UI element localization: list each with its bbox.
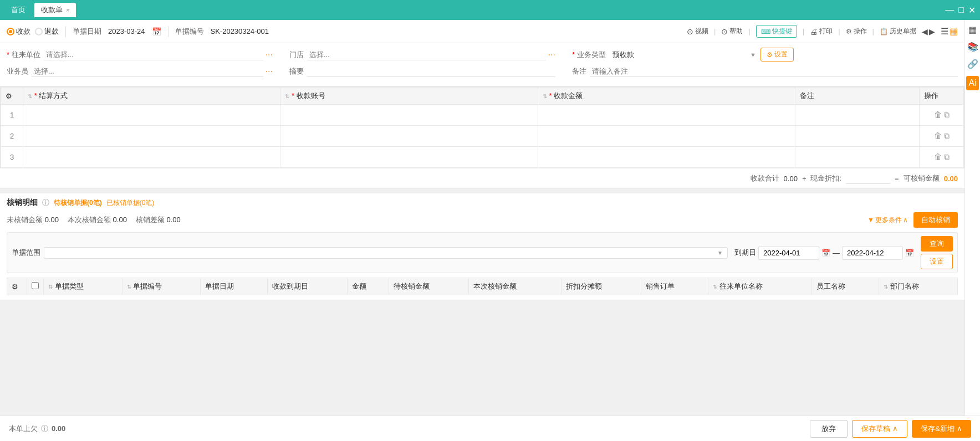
tab-home[interactable]: 首页 — [4, 3, 32, 17]
range-field: 单据范围 ▼ — [12, 247, 728, 259]
row1-account[interactable] — [280, 105, 538, 126]
bottom-th-current: 本次核销金额 — [469, 278, 562, 295]
bottom-th-dept: ⇅ 部门名称 — [879, 278, 958, 295]
row1-settlement[interactable] — [23, 105, 280, 126]
row3-copy-icon[interactable]: ⧉ — [944, 152, 950, 162]
filter-settings-button[interactable]: 设置 — [921, 254, 953, 269]
summary-input[interactable] — [307, 66, 555, 77]
available-label: 可核销金额 — [904, 173, 940, 183]
store-ellipsis-btn[interactable]: ··· — [548, 50, 555, 60]
th-amount: ⇅ * 收款金额 — [538, 88, 795, 105]
toolbar-print-label: 打印 — [819, 27, 833, 36]
toolbar-shortcut-btn[interactable]: ⌨ 快捷键 — [756, 25, 797, 38]
receipt-refund-radio: 收款 退款 — [7, 27, 59, 37]
info-icon[interactable]: ⓘ — [42, 198, 49, 208]
save-new-button[interactable]: 保存&新增 ∧ — [912, 420, 971, 438]
th-account: ⇅ * 收款账号 — [280, 88, 538, 105]
nav-next-icon[interactable]: ▶ — [929, 27, 935, 36]
view-list-icon[interactable]: ☰ — [941, 26, 948, 37]
row-num-2: 2 — [1, 126, 23, 147]
store-field: 门店 ··· — [289, 49, 555, 60]
more-conditions-btn[interactable]: ▼ 更多条件 ∧ — [867, 216, 908, 225]
tab-receipt[interactable]: 收款单 × — [34, 3, 76, 17]
counterpart-input[interactable] — [44, 49, 263, 60]
row2-delete-icon[interactable]: 🗑 — [934, 131, 942, 141]
tab-receipt-label: 收款单 — [41, 5, 63, 15]
calendar-to-icon[interactable]: 📅 — [905, 249, 914, 257]
due-label: 到期日 — [734, 248, 756, 258]
date-range-dash: — — [833, 249, 840, 257]
cash-discount-input[interactable] — [846, 173, 890, 184]
row2-amount[interactable] — [538, 126, 795, 147]
abandon-button[interactable]: 放弃 — [810, 420, 848, 438]
counterpart-ellipsis-btn[interactable]: ··· — [266, 50, 273, 60]
range-select[interactable]: ▼ — [44, 247, 728, 259]
staff-ellipsis-btn[interactable]: ··· — [266, 66, 273, 76]
business-type-dropdown-icon[interactable]: ▼ — [750, 52, 756, 58]
right-panel-link-icon[interactable]: 🔗 — [967, 59, 978, 69]
toolbar-video-label: 视频 — [695, 27, 708, 36]
toolbar-video[interactable]: ⊙ 视频 — [687, 27, 708, 36]
row2-copy-icon[interactable]: ⧉ — [944, 131, 950, 141]
th-settlement: ⇅ * 结算方式 — [23, 88, 280, 105]
toolbar-print[interactable]: 🖨 打印 — [810, 27, 833, 36]
toolbar-help[interactable]: ⊙ 帮助 — [721, 27, 743, 36]
radio-receipt[interactable]: 收款 — [7, 27, 30, 37]
radio-refund[interactable]: 退款 — [35, 27, 59, 37]
window-maximize-icon[interactable]: □ — [958, 5, 964, 15]
diff-value: 0.00 — [167, 216, 181, 224]
row3-account[interactable] — [280, 147, 538, 168]
bill-label: 本单上欠 — [9, 424, 38, 434]
query-button[interactable]: 查询 — [921, 236, 953, 252]
settings-button[interactable]: ⚙ 设置 — [760, 48, 794, 61]
row3-delete-icon[interactable]: 🗑 — [934, 152, 942, 162]
row2-settlement[interactable] — [23, 126, 280, 147]
bottom-th-gear[interactable]: ⚙ — [7, 278, 27, 295]
bill-info-icon[interactable]: ⓘ — [41, 424, 48, 434]
toolbar-operation[interactable]: ⚙ 操作 — [846, 27, 867, 36]
row2-account[interactable] — [280, 126, 538, 147]
main-content: 收款 退款 单据日期 2023-03-24 📅 单据编号 SK-20230324… — [0, 20, 964, 416]
nav-prev-icon[interactable]: ◀ — [922, 27, 928, 36]
unchecked-value: 0.00 — [45, 216, 59, 224]
row1-action: 🗑 ⧉ — [920, 105, 964, 126]
view-grid-icon[interactable]: ▦ — [950, 26, 958, 37]
row3-amount[interactable] — [538, 147, 795, 168]
row1-copy-icon[interactable]: ⧉ — [944, 110, 950, 120]
staff-input[interactable] — [32, 66, 263, 77]
tab-close-icon[interactable]: × — [66, 7, 69, 13]
select-all-checkbox[interactable] — [32, 282, 39, 289]
toolbar-divider-2 — [168, 26, 169, 37]
toolbar-history[interactable]: 📋 历史单据 — [880, 27, 916, 36]
done-tab[interactable]: 已核销单据(0笔) — [106, 198, 155, 208]
settings-gear-col[interactable]: ⚙ — [1, 88, 23, 105]
date-to-input[interactable] — [842, 246, 903, 260]
current-value: 0.00 — [113, 216, 127, 224]
calendar-from-icon[interactable]: 📅 — [821, 249, 830, 257]
diff-label: 核销差额 0.00 — [136, 215, 181, 225]
window-close-icon[interactable]: ✕ — [968, 5, 976, 16]
row1-remark[interactable] — [795, 105, 920, 126]
row3-settlement[interactable] — [23, 147, 280, 168]
auto-offset-button[interactable]: 自动核销 — [913, 212, 958, 228]
radio-receipt-label: 收款 — [16, 27, 30, 37]
right-panel-table-icon[interactable]: ▦ — [968, 24, 977, 35]
bottom-th-date: 单据日期 — [201, 278, 268, 295]
window-minimize-icon[interactable]: — — [945, 5, 954, 15]
right-panel-book-icon[interactable]: 📚 — [967, 42, 978, 52]
calendar-icon[interactable]: 📅 — [152, 27, 161, 36]
row1-amount[interactable] — [538, 105, 795, 126]
single-date-label: 单据日期 — [73, 27, 101, 37]
remark-input[interactable] — [590, 66, 958, 77]
row1-delete-icon[interactable]: 🗑 — [934, 110, 942, 120]
right-panel-ai-icon[interactable]: Ai — [966, 76, 978, 90]
range-label: 单据范围 — [12, 248, 40, 258]
row3-remark[interactable] — [795, 147, 920, 168]
remark-label: 备注 — [572, 66, 586, 76]
store-input[interactable] — [307, 49, 546, 60]
draft-button[interactable]: 保存草稿 ∧ — [852, 420, 907, 438]
pending-tab[interactable]: 待核销单据(0笔) — [54, 198, 102, 208]
date-from-input[interactable] — [758, 246, 819, 260]
bottom-th-check[interactable] — [27, 278, 44, 295]
row2-remark[interactable] — [795, 126, 920, 147]
